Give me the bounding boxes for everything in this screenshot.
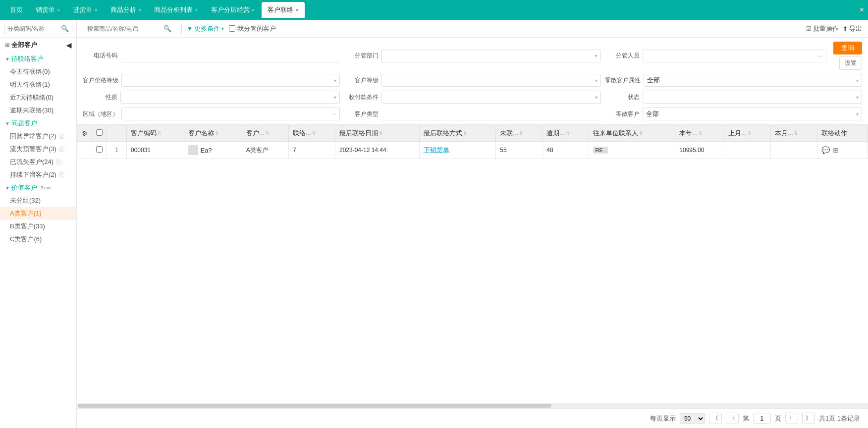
- nav-home[interactable]: 首页: [4, 5, 29, 14]
- nav-tab-analysis[interactable]: 商品分析 ×: [105, 2, 147, 18]
- export-btn[interactable]: ⬆ 导出: [843, 24, 862, 33]
- col-last-month[interactable]: 上月... ⇅: [724, 125, 771, 142]
- row-checkbox[interactable]: [92, 142, 107, 159]
- nav-tab-customer-contact[interactable]: 客户联络 ×: [262, 2, 304, 18]
- nav-tab-analysis-list[interactable]: 商品分析列表 ×: [148, 2, 204, 18]
- first-page-btn[interactable]: 《: [709, 413, 722, 424]
- customer-type-input[interactable]: [381, 107, 601, 120]
- status-select[interactable]: ▾: [643, 91, 862, 104]
- phone-input[interactable]: [120, 50, 340, 62]
- chat-icon[interactable]: 💬: [821, 146, 830, 154]
- sidebar-item-class-a[interactable]: A类客户(1): [0, 207, 76, 220]
- last-method-link[interactable]: 下销货单: [424, 146, 449, 154]
- sort-type[interactable]: ⇅: [266, 131, 270, 136]
- sidebar-section-value[interactable]: ▼ 价值客户 ↻ ✏: [0, 181, 76, 194]
- sidebar-search-input[interactable]: [7, 25, 59, 32]
- sort-last-date[interactable]: ⇅: [379, 131, 383, 136]
- select-all-checkbox[interactable]: [96, 129, 103, 136]
- col-contacts[interactable]: 联络... ⇅: [288, 125, 335, 142]
- col-name[interactable]: 客户名称 ⇅: [184, 125, 242, 142]
- prev-page-btn[interactable]: 〈: [726, 413, 739, 424]
- sidebar-item-class-c[interactable]: C类客户(6): [0, 233, 76, 246]
- col-uncontacted[interactable]: 未联... ⇅: [496, 125, 542, 142]
- sort-uncontacted[interactable]: ⇅: [519, 131, 523, 136]
- horizontal-scrollbar[interactable]: [77, 403, 868, 408]
- close-analysis-tab[interactable]: ×: [138, 7, 141, 13]
- region-input[interactable]: ···: [121, 107, 340, 120]
- sort-contacts2[interactable]: ⇅: [639, 131, 643, 136]
- col-code[interactable]: 客户编码 ⇅: [127, 125, 184, 142]
- retail-attr-select[interactable]: 全部▾: [644, 74, 862, 87]
- settings-icon[interactable]: ⚙: [82, 130, 88, 137]
- dept-select[interactable]: ▾: [381, 50, 601, 62]
- sidebar-item-churned[interactable]: 已流失客户(24) ⓘ: [0, 156, 76, 168]
- sidebar-section-problem[interactable]: ▼ 问题客户: [0, 117, 76, 130]
- sidebar-item-overdue[interactable]: 逾期未联络(30): [0, 104, 76, 117]
- payment-select[interactable]: ▾: [381, 91, 601, 104]
- sort-this-month[interactable]: ⇅: [794, 131, 798, 136]
- sidebar-item-ungrouped[interactable]: 未分组(32): [0, 194, 76, 207]
- sort-code[interactable]: ⇅: [158, 131, 162, 136]
- col-overdue[interactable]: 逾期... ⇅: [542, 125, 589, 142]
- my-customers-checkbox[interactable]: 我分管的客户: [229, 24, 276, 33]
- col-last-date[interactable]: 最后联络日期 ⇅: [335, 125, 419, 142]
- price-level-select[interactable]: ▾: [121, 74, 340, 87]
- col-type[interactable]: 客户... ⇅: [242, 125, 288, 142]
- nav-tab-sales[interactable]: 销货单 ×: [30, 2, 66, 18]
- sidebar-item-repurchase[interactable]: 回购异常客户(2) ⓘ: [0, 130, 76, 143]
- sort-overdue[interactable]: ⇅: [566, 131, 570, 136]
- more-conditions-btn[interactable]: ▼ 更多条件 ▾: [187, 24, 224, 33]
- collapse-sidebar-btn[interactable]: ◀: [66, 42, 71, 49]
- close-segment-tab[interactable]: ×: [252, 7, 255, 13]
- name-avatar: [188, 145, 198, 155]
- nature-select[interactable]: ▾: [120, 91, 340, 104]
- close-all-tabs[interactable]: ×: [860, 5, 864, 14]
- manager-input[interactable]: ···: [643, 50, 826, 62]
- qr-icon[interactable]: ⊞: [833, 146, 839, 154]
- sidebar-item-declining[interactable]: 持续下滑客户(2) ⓘ: [0, 168, 76, 181]
- col-this-month[interactable]: 本月... ⇅: [771, 125, 817, 142]
- sidebar-item-churn-warning[interactable]: 流失预警客户(3) ⓘ: [0, 143, 76, 156]
- sort-last-month[interactable]: ⇅: [748, 131, 752, 136]
- row-last-method[interactable]: 下销货单: [419, 142, 496, 159]
- sort-name[interactable]: ⇅: [215, 131, 219, 136]
- main-search-input[interactable]: [87, 25, 162, 32]
- edit-icon[interactable]: ✏: [47, 185, 51, 191]
- customer-level-select[interactable]: ▾: [381, 74, 601, 87]
- page-number-input[interactable]: [753, 414, 771, 424]
- batch-operation-btn[interactable]: ☑ 批量操作: [806, 24, 839, 33]
- row-select[interactable]: [96, 146, 103, 153]
- close-analysis-list-tab[interactable]: ×: [195, 7, 198, 13]
- sidebar-all-customers[interactable]: ⊞ 全部客户 ◀: [0, 38, 76, 53]
- nav-tab-purchase[interactable]: 进货单 ×: [67, 2, 103, 18]
- retail-customer-select[interactable]: 全部▾: [643, 107, 862, 120]
- sidebar-item-class-b[interactable]: B类客户(33): [0, 220, 76, 233]
- nav-tab-customer-segment[interactable]: 客户分层经营 ×: [205, 2, 261, 18]
- my-customers-check[interactable]: [229, 25, 235, 32]
- col-last-method[interactable]: 最后联络方式 ⇅: [419, 125, 496, 142]
- sidebar-item-today[interactable]: 今天待联络(0): [0, 65, 76, 78]
- col-checkbox[interactable]: [92, 125, 107, 142]
- close-sales-tab[interactable]: ×: [57, 7, 60, 13]
- sidebar-item-tomorrow[interactable]: 明天待联络(1): [0, 78, 76, 91]
- search-box[interactable]: 🔍: [83, 23, 182, 34]
- sort-this-year[interactable]: ⇅: [699, 131, 703, 136]
- col-this-year[interactable]: 本年... ⇅: [675, 125, 724, 142]
- sidebar-section-pending[interactable]: ▼ 待联络客户: [0, 53, 76, 65]
- col-contacts2[interactable]: 往来单位联系人 ⇅: [589, 125, 675, 142]
- settings-button[interactable]: 设置: [839, 56, 862, 70]
- sidebar-item-7days[interactable]: 近7天待联络(0): [0, 91, 76, 104]
- sidebar-search-box[interactable]: 🔍: [4, 23, 72, 34]
- sort-contacts[interactable]: ⇅: [312, 131, 316, 136]
- close-contact-tab[interactable]: ×: [295, 7, 298, 13]
- scroll-thumb[interactable]: [78, 404, 551, 408]
- query-button[interactable]: 查询: [833, 42, 862, 54]
- sort-last-method[interactable]: ⇅: [463, 131, 467, 136]
- next-page-btn[interactable]: 〉: [785, 413, 798, 424]
- close-purchase-tab[interactable]: ×: [94, 7, 97, 13]
- last-page-btn[interactable]: 》: [802, 413, 815, 424]
- col-settings[interactable]: ⚙: [77, 125, 92, 142]
- page-label: 第: [743, 414, 749, 423]
- per-page-select[interactable]: 50 100 200: [680, 413, 705, 424]
- refresh-icon[interactable]: ↻: [41, 185, 45, 191]
